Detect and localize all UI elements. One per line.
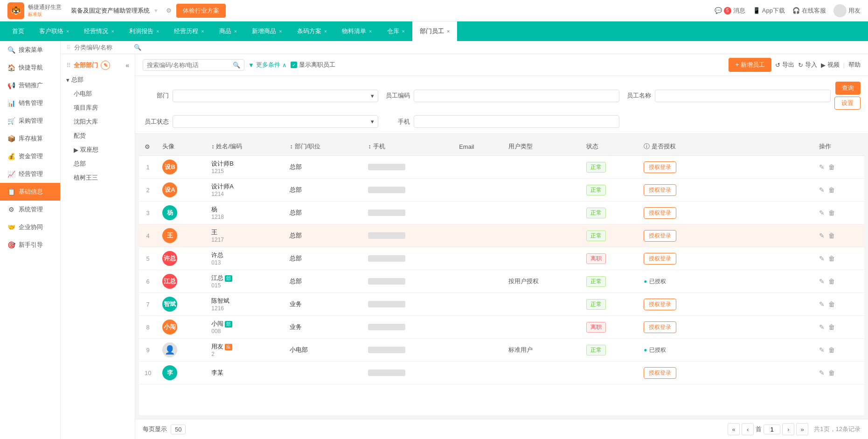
tab-home[interactable]: 首页 (5, 21, 32, 41)
emp-name-input[interactable] (655, 90, 831, 102)
user-area[interactable]: 用友 (833, 4, 861, 17)
help-button[interactable]: 帮助 (848, 61, 861, 69)
sidebar-item-finance[interactable]: 💰 资金管理 (0, 147, 60, 165)
page-number-input[interactable] (764, 425, 780, 434)
delete-icon[interactable]: 🗑 (828, 369, 835, 376)
col-dept[interactable]: ↕ 部门/职位 (284, 138, 362, 156)
last-page-btn[interactable]: » (796, 423, 808, 435)
sidebar-item-guide[interactable]: 🎯 新手引导 (0, 236, 60, 254)
delete-icon[interactable]: 🗑 (828, 255, 835, 262)
edit-icon[interactable]: ✎ (819, 209, 825, 216)
edit-icon[interactable]: ✎ (819, 323, 825, 331)
delete-icon[interactable]: 🗑 (828, 209, 835, 216)
sidebar-item-nav[interactable]: 🏠 快捷导航 (0, 59, 60, 77)
dept-filter-select[interactable]: ▾ (173, 90, 378, 102)
tab-barcode[interactable]: 条码方案 × (290, 21, 334, 41)
edit-icon[interactable]: ✎ (819, 232, 825, 239)
query-button[interactable]: 查询 (835, 82, 861, 95)
close-icon[interactable]: × (66, 28, 69, 34)
category-search-input[interactable] (74, 44, 130, 51)
delete-icon[interactable]: 🗑 (828, 186, 835, 194)
phone-input[interactable] (414, 115, 619, 128)
edit-icon[interactable]: ✎ (819, 163, 825, 171)
sidebar-item-marketing[interactable]: 📢 营销推广 (0, 77, 60, 94)
edit-icon[interactable]: ✎ (819, 346, 825, 354)
delete-icon[interactable]: 🗑 (828, 163, 835, 171)
export-button[interactable]: ↺ 导出 (775, 61, 794, 69)
auth-login-button[interactable]: 授权登录 (644, 230, 676, 242)
collapse-btn[interactable]: « (125, 62, 129, 69)
col-settings[interactable]: ⚙ (139, 138, 157, 156)
reset-button[interactable]: 设置 (834, 97, 861, 110)
message-btn[interactable]: 💬 5 消息 (715, 7, 745, 15)
auth-login-button[interactable]: 授权登录 (644, 161, 676, 173)
sidebar-item-basic-info[interactable]: 📋 基础信息 (0, 183, 60, 201)
add-employee-button[interactable]: + 新增员工 (729, 58, 771, 72)
auth-login-button[interactable]: 授权登录 (644, 299, 676, 310)
edit-icon[interactable]: ✎ (819, 255, 825, 262)
emp-code-input[interactable] (414, 90, 619, 102)
search-icon[interactable]: 🔍 (233, 62, 240, 69)
close-icon[interactable]: × (156, 28, 159, 34)
search-input[interactable] (147, 62, 231, 69)
sidebar-item-inventory[interactable]: 📦 库存核算 (0, 130, 60, 147)
col-name[interactable]: ↕ 姓名/编码 (206, 138, 284, 156)
tab-customer[interactable]: 客户联络 × (32, 21, 76, 41)
delete-icon[interactable]: 🗑 (828, 346, 835, 354)
app-download-btn[interactable]: 📱 App下载 (753, 7, 785, 15)
dept-item-xiaodian[interactable]: 小电部 (61, 87, 135, 101)
auth-login-button[interactable]: 授权登录 (644, 253, 676, 265)
page-size-select[interactable]: 50 (171, 425, 186, 434)
search-icon-small[interactable]: 🔍 (134, 44, 141, 51)
tab-history[interactable]: 经营历程 × (167, 21, 211, 41)
close-icon[interactable]: × (111, 28, 114, 34)
close-icon[interactable]: × (369, 28, 372, 34)
sidebar-item-system[interactable]: ⚙ 系统管理 (0, 201, 60, 218)
tab-bom[interactable]: 物料清单 × (334, 21, 379, 41)
dept-item-peihuo[interactable]: 配货 (61, 129, 135, 143)
dept-item-shuangxiang[interactable]: ▶ 双座想 (61, 143, 135, 157)
next-page-btn[interactable]: › (782, 423, 794, 435)
auth-login-button[interactable]: 授权登录 (644, 367, 676, 379)
auth-login-button[interactable]: 授权登录 (644, 184, 676, 196)
delete-icon[interactable]: 🗑 (828, 300, 835, 308)
dept-item-zhishu[interactable]: 植树王三 (61, 171, 135, 185)
close-icon[interactable]: × (447, 28, 450, 34)
tab-goods[interactable]: 商品 × (212, 21, 244, 41)
tab-new-goods[interactable]: 新增商品 × (244, 21, 289, 41)
more-conditions-btn[interactable]: ▼ 更多条件 ∧ (248, 61, 287, 69)
close-icon[interactable]: × (402, 28, 405, 34)
dept-setting-icon[interactable]: ✎ (101, 61, 110, 70)
dept-item-shenyang[interactable]: 沈阳大库 (61, 115, 135, 129)
sidebar-item-management[interactable]: 📈 经营管理 (0, 165, 60, 183)
sidebar-item-sales[interactable]: 📊 销售管理 (0, 94, 60, 112)
edit-icon[interactable]: ✎ (819, 186, 825, 194)
edit-icon[interactable]: ✎ (819, 300, 825, 308)
close-icon[interactable]: × (234, 28, 237, 34)
edit-icon[interactable]: ✎ (819, 369, 825, 376)
trial-button[interactable]: 体验行业方案 (176, 4, 226, 18)
gear-icon[interactable]: ⚙ (166, 7, 172, 14)
auth-login-button[interactable]: 授权登录 (644, 321, 676, 333)
tab-operation[interactable]: 经营情况 × (76, 21, 121, 41)
show-hidden-toggle[interactable]: ✓ 显示离职员工 (291, 61, 335, 69)
auth-login-button[interactable]: 授权登录 (644, 207, 676, 219)
sidebar-item-search[interactable]: 🔍 搜索菜单 (0, 41, 60, 59)
close-icon[interactable]: × (201, 28, 204, 34)
sidebar-item-collab[interactable]: 🤝 企业协同 (0, 218, 60, 236)
tab-warehouse[interactable]: 仓库 × (380, 21, 412, 41)
import-button[interactable]: ↻ 导入 (798, 61, 817, 69)
tab-department[interactable]: 部门员工 × (412, 21, 457, 41)
tab-profit[interactable]: 利润报告 × (122, 21, 167, 41)
close-icon[interactable]: × (279, 28, 282, 34)
dept-item-zonbu2[interactable]: 总部 (61, 157, 135, 171)
close-icon[interactable]: × (324, 28, 327, 34)
edit-icon[interactable]: ✎ (819, 278, 825, 285)
col-phone[interactable]: ↕ 手机 (362, 138, 453, 156)
dropdown-arrow[interactable]: ▾ (154, 7, 158, 14)
prev-page-btn[interactable]: ‹ (742, 423, 754, 435)
delete-icon[interactable]: 🗑 (828, 323, 835, 331)
first-page-btn[interactable]: « (728, 423, 740, 435)
dept-item-project[interactable]: 项目库房 (61, 101, 135, 115)
delete-icon[interactable]: 🗑 (828, 232, 835, 239)
